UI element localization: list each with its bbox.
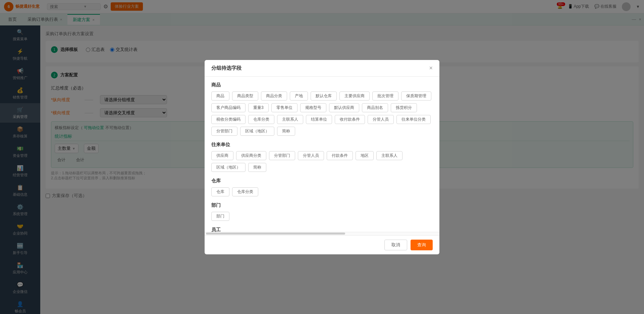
modal-header: 分组待选字段 × <box>205 60 439 77</box>
field-tag[interactable]: 重量3 <box>248 103 269 112</box>
field-tag[interactable]: 产地 <box>290 91 308 101</box>
field-select-modal: 分组待选字段 × 商品 商品 商品类型 商品分类 产地 默认仓库 主要供应商 批… <box>205 60 439 254</box>
department-field-tags: 部门 <box>211 212 433 221</box>
field-group-warehouse-title: 仓库 <box>211 178 433 184</box>
field-tag[interactable]: 拣货积分 <box>391 103 417 112</box>
field-tag[interactable]: 主要供应商 <box>339 91 370 101</box>
field-tag[interactable]: 分管部门 <box>269 151 295 160</box>
field-tag[interactable]: 零售单位 <box>271 103 298 112</box>
field-group-partner-title: 往来单位 <box>211 142 433 148</box>
field-tag[interactable]: 供应商分类 <box>236 151 266 160</box>
field-tag[interactable]: 默认供应商 <box>329 103 359 112</box>
field-tag[interactable]: 分管部门 <box>211 127 237 136</box>
field-tag[interactable]: 区域（地区） <box>240 127 274 136</box>
field-tag[interactable]: 分管人员 <box>298 151 324 160</box>
field-group-partner: 往来单位 供应商 供应商分类 分管部门 分管人员 付款条件 地区 主联系人 区域… <box>211 142 433 172</box>
field-tag[interactable]: 分管人员 <box>368 115 394 124</box>
field-group-department-title: 部门 <box>211 202 433 208</box>
field-tag[interactable]: 简称 <box>277 127 295 136</box>
field-tag[interactable]: 税收分类编码 <box>211 115 246 124</box>
field-tag[interactable]: 仓库分类 <box>232 187 258 196</box>
hscroll-thumb <box>206 233 345 235</box>
modal-body: 商品 商品 商品类型 商品分类 产地 默认仓库 主要供应商 批次管理 保质期管理… <box>205 77 439 232</box>
field-tag[interactable]: 部门 <box>211 212 229 221</box>
field-tag[interactable]: 供应商 <box>211 151 233 160</box>
field-group-employee-title: 员工 <box>211 227 433 232</box>
modal-close-icon[interactable]: × <box>429 65 433 72</box>
cancel-button[interactable]: 取消 <box>384 240 407 250</box>
modal-title: 分组待选字段 <box>211 65 241 71</box>
field-tag[interactable]: 地区 <box>356 151 374 160</box>
field-tag[interactable]: 商品类型 <box>232 91 258 101</box>
modal-hscroll[interactable] <box>205 232 439 235</box>
confirm-button[interactable]: 查询 <box>411 240 433 250</box>
field-tag[interactable]: 商品分类 <box>261 91 287 101</box>
field-tag[interactable]: 主联系人 <box>376 151 402 160</box>
field-tag[interactable]: 往来单位分类 <box>396 115 431 124</box>
field-tag[interactable]: 规格型号 <box>300 103 326 112</box>
field-group-product: 商品 商品 商品类型 商品分类 产地 默认仓库 主要供应商 批次管理 保质期管理… <box>211 82 433 136</box>
field-tag[interactable]: 区域（地区） <box>211 163 246 172</box>
field-tag[interactable]: 收付款条件 <box>335 115 365 124</box>
warehouse-field-tags: 仓库 仓库分类 <box>211 187 433 196</box>
field-tag[interactable]: 简称 <box>248 163 266 172</box>
field-tag[interactable]: 结算单位 <box>306 115 332 124</box>
field-tag[interactable]: 商品 <box>211 91 229 101</box>
field-group-department: 部门 部门 <box>211 202 433 221</box>
field-tag[interactable]: 批次管理 <box>372 91 398 101</box>
field-tag[interactable]: 保质期管理 <box>401 91 431 101</box>
field-tag[interactable]: 主联系人 <box>277 115 303 124</box>
partner-field-tags: 供应商 供应商分类 分管部门 分管人员 付款条件 地区 主联系人 区域（地区） … <box>211 151 433 172</box>
modal-footer: 取消 查询 <box>205 235 439 254</box>
field-tag[interactable]: 客户商品编码 <box>211 103 246 112</box>
field-tag[interactable]: 付款条件 <box>327 151 353 160</box>
field-tag[interactable]: 默认仓库 <box>311 91 337 101</box>
field-group-warehouse: 仓库 仓库 仓库分类 <box>211 178 433 196</box>
product-field-tags: 商品 商品类型 商品分类 产地 默认仓库 主要供应商 批次管理 保质期管理 客户… <box>211 91 433 136</box>
modal-overlay: 分组待选字段 × 商品 商品 商品类型 商品分类 产地 默认仓库 主要供应商 批… <box>0 0 644 314</box>
field-group-employee: 员工 业务员 <box>211 227 433 232</box>
field-tag[interactable]: 仓库 <box>211 187 229 196</box>
field-tag[interactable]: 仓库分类 <box>248 115 274 124</box>
field-group-product-title: 商品 <box>211 82 433 88</box>
field-tag[interactable]: 商品别名 <box>362 103 388 112</box>
